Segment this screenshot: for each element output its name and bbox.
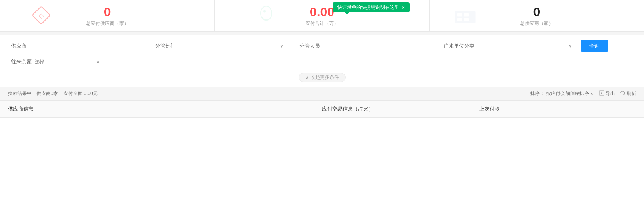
manager-filter[interactable]: 分管人员 ··· xyxy=(296,40,431,52)
unit-category-input[interactable] xyxy=(478,43,567,49)
balance-arrow[interactable]: ∨ xyxy=(96,59,100,65)
query-button[interactable]: 查询 xyxy=(581,40,608,52)
diamond-icon: ◇ xyxy=(32,6,51,26)
stat-payable-suppliers: ◇ 0 总应付供应商（家） xyxy=(0,0,215,31)
balance-filter[interactable]: 往来余额 ∨ xyxy=(8,55,103,68)
result-bar: 搜索结果中，供应商0家 应付金额 0.00元 排序： 按应付会额倒序排序 ∨ 导… xyxy=(0,87,644,101)
result-actions: 排序： 按应付会额倒序排序 ∨ 导出 刷新 xyxy=(530,90,636,97)
result-text: 搜索结果中，供应商0家 xyxy=(8,91,58,96)
svg-point-2 xyxy=(261,6,272,20)
department-input[interactable] xyxy=(179,43,278,49)
collapse-label: 收起更多条件 xyxy=(311,74,339,81)
sort-label: 排序： xyxy=(530,90,545,97)
balance-label: 往来余额 xyxy=(11,58,32,65)
svg-text:◇: ◇ xyxy=(39,12,44,19)
sort-value: 按应付会额倒序排序 xyxy=(546,90,589,97)
table-area: 供应商信息 应付交易信息（占比） 上次付款 xyxy=(0,101,644,204)
result-info: 搜索结果中，供应商0家 应付金额 0.00元 xyxy=(8,90,98,97)
supplier-label: 供应商 xyxy=(11,42,27,50)
unit-category-filter[interactable]: 往来单位分类 ∨ xyxy=(440,40,575,52)
total-suppliers-value: 0 xyxy=(533,4,540,19)
manager-dots[interactable]: ··· xyxy=(423,42,428,50)
filter-row-1: 供应商 ··· 分管部门 ∨ 分管人员 ··· 往来单位分类 ∨ 查询 xyxy=(8,40,636,52)
svg-point-3 xyxy=(263,10,266,12)
table-header: 供应商信息 应付交易信息（占比） 上次付款 xyxy=(0,101,644,118)
stat-total-suppliers: 0 总供应商（家） xyxy=(430,0,644,31)
payable-suppliers-label: 总应付供应商（家） xyxy=(86,20,129,27)
th-payable-info: 应付交易信息（占比） xyxy=(322,105,479,112)
tooltip-text: 快速录单的快捷键说明在这里 xyxy=(337,4,399,11)
stat-payable-total: 0.00 应付合计（万） 快速录单的快捷键说明在这里 × xyxy=(215,0,429,31)
tooltip-close-btn[interactable]: × xyxy=(402,5,405,10)
supplier-filter[interactable]: 供应商 ··· xyxy=(8,40,143,52)
sort-select[interactable]: 排序： 按应付会额倒序排序 ∨ xyxy=(530,90,594,97)
table-body xyxy=(0,118,644,204)
svg-rect-6 xyxy=(464,13,469,16)
svg-rect-4 xyxy=(455,11,475,23)
payable-total-value: 0.00 xyxy=(310,4,334,19)
bean-icon xyxy=(254,3,278,28)
collapse-icon: ∧ xyxy=(305,75,309,80)
stats-bar: ◇ 0 总应付供应商（家） 0.00 应付合计（万） 快速录单的快捷键说明在这里… xyxy=(0,0,644,32)
th-supplier-info: 供应商信息 xyxy=(8,105,322,112)
payable-suppliers-value: 0 xyxy=(104,4,111,19)
unit-category-label: 往来单位分类 xyxy=(444,42,474,50)
department-filter[interactable]: 分管部门 ∨ xyxy=(152,40,287,52)
filter-area: 供应商 ··· 分管部门 ∨ 分管人员 ··· 往来单位分类 ∨ 查询 xyxy=(0,35,644,87)
collapse-button[interactable]: ∧ 收起更多条件 xyxy=(299,73,346,82)
department-arrow[interactable]: ∨ xyxy=(280,43,284,49)
refresh-button[interactable]: 刷新 xyxy=(620,90,636,97)
payable-total-label: 应付合计（万） xyxy=(305,20,339,27)
export-icon xyxy=(599,90,604,97)
supplier-dots[interactable]: ··· xyxy=(134,42,139,50)
sort-arrow[interactable]: ∨ xyxy=(591,91,594,97)
collapse-row: ∧ 收起更多条件 xyxy=(8,71,636,84)
refresh-icon xyxy=(620,90,625,97)
export-button[interactable]: 导出 xyxy=(599,90,615,97)
supplier-input[interactable] xyxy=(30,43,133,49)
svg-rect-7 xyxy=(457,18,462,21)
svg-rect-5 xyxy=(457,13,462,16)
shortcut-tooltip: 快速录单的快捷键说明在这里 × xyxy=(333,2,410,12)
result-amount: 应付金额 0.00元 xyxy=(63,91,98,96)
manager-label: 分管人员 xyxy=(299,42,320,50)
export-label: 导出 xyxy=(606,90,615,97)
total-suppliers-label: 总供应商（家） xyxy=(520,20,553,27)
manager-input[interactable] xyxy=(323,43,421,49)
department-label: 分管部门 xyxy=(155,42,176,50)
svg-rect-8 xyxy=(464,18,469,21)
th-last-payment: 上次付款 xyxy=(479,105,636,112)
refresh-label: 刷新 xyxy=(627,90,636,97)
filter-row-2: 往来余额 ∨ xyxy=(8,55,636,68)
unit-category-arrow[interactable]: ∨ xyxy=(568,43,572,49)
balance-input[interactable] xyxy=(35,59,95,65)
